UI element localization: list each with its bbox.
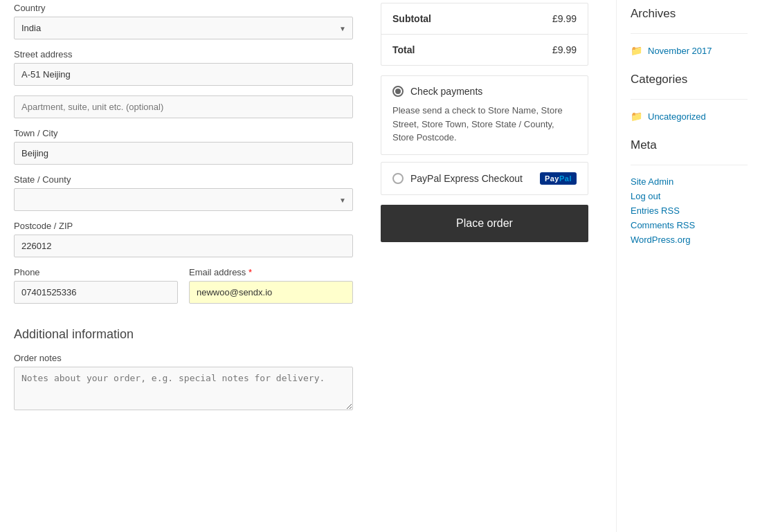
paypal-payment-header: PayPal Express Checkout PayPal (392, 172, 577, 185)
order-notes-label: Order notes (14, 353, 353, 363)
meta-title: Meta (631, 138, 748, 156)
paypal-logo: PayPal (540, 172, 577, 185)
sidebar: Archives 📁 November 2017 Categories 📁 Un… (616, 0, 761, 532)
phone-field: Phone (14, 267, 178, 304)
total-label: Total (392, 44, 415, 55)
subtotal-value: £9.99 (552, 13, 577, 24)
archives-section: Archives 📁 November 2017 (631, 7, 748, 56)
state-select-wrapper (14, 188, 353, 211)
email-field: Email address * (189, 267, 353, 304)
archives-title: Archives (631, 7, 748, 25)
meta-link-comments-rss[interactable]: Comments RSS (631, 220, 748, 230)
meta-divider (631, 165, 748, 165)
city-input[interactable] (14, 142, 353, 165)
meta-link-log-out[interactable]: Log out (631, 191, 748, 201)
additional-info-title: Additional information (14, 327, 353, 342)
total-row: Total £9.99 (381, 35, 588, 65)
postcode-field: Postcode / ZIP (14, 221, 353, 257)
paypal-payment-method: PayPal Express Checkout PayPal (381, 162, 588, 195)
order-summary-table: Subtotal £9.99 Total £9.99 (381, 3, 588, 66)
order-summary-column: Subtotal £9.99 Total £9.99 Check payment… (381, 0, 588, 532)
total-value: £9.99 (552, 44, 577, 55)
categories-item-0: 📁 Uncategorized (631, 111, 748, 122)
phone-email-row: Phone Email address * (14, 267, 353, 313)
country-label: Country (14, 3, 353, 13)
archives-item-0: 📁 November 2017 (631, 45, 748, 56)
meta-link-wordpress-org[interactable]: WordPress.org (631, 235, 748, 245)
email-label: Email address * (189, 267, 353, 277)
main-content: Country India United Kingdom United Stat… (0, 0, 769, 532)
email-input[interactable] (189, 281, 353, 304)
order-notes-textarea[interactable] (14, 367, 353, 410)
subtotal-label: Subtotal (392, 13, 431, 24)
phone-input[interactable] (14, 281, 178, 304)
city-field: Town / City (14, 128, 353, 165)
street-input[interactable] (14, 63, 353, 86)
check-payment-desc: Please send a check to Store Name, Store… (392, 104, 577, 145)
subtotal-row: Subtotal £9.99 (381, 3, 588, 35)
city-label: Town / City (14, 128, 353, 138)
folder-icon-categories: 📁 (631, 111, 642, 122)
check-payment-label: Check payments (410, 86, 482, 97)
paypal-payment-label: PayPal Express Checkout (410, 173, 523, 184)
page-wrapper: Country India United Kingdom United Stat… (0, 0, 769, 532)
state-select[interactable] (14, 188, 353, 211)
required-marker: * (246, 267, 252, 277)
apt-input[interactable] (14, 95, 353, 118)
country-field: Country India United Kingdom United Stat… (14, 3, 353, 39)
categories-section: Categories 📁 Uncategorized (631, 73, 748, 122)
postcode-label: Postcode / ZIP (14, 221, 353, 231)
categories-title: Categories (631, 73, 748, 91)
meta-section: Meta Site Admin Log out Entries RSS Comm… (631, 138, 748, 245)
apt-field (14, 95, 353, 118)
meta-link-site-admin[interactable]: Site Admin (631, 176, 748, 187)
folder-icon-archives: 📁 (631, 45, 642, 56)
order-notes-field: Order notes (14, 353, 353, 412)
state-field: State / County (14, 174, 353, 211)
street-label: Street address (14, 49, 353, 59)
archives-divider (631, 33, 748, 34)
billing-form: Country India United Kingdom United Stat… (14, 0, 353, 532)
additional-info-section: Additional information (14, 327, 353, 342)
country-select[interactable]: India United Kingdom United States China… (14, 17, 353, 39)
categories-divider (631, 99, 748, 100)
paypal-payment-radio[interactable] (392, 173, 404, 184)
check-payment-method: Check payments Please send a check to St… (381, 75, 588, 155)
archives-link-nov2017[interactable]: November 2017 (648, 46, 712, 56)
categories-link-uncategorized[interactable]: Uncategorized (648, 111, 706, 122)
check-payment-header: Check payments (392, 86, 577, 97)
check-payment-radio[interactable] (392, 86, 404, 97)
place-order-button[interactable]: Place order (381, 205, 588, 242)
country-select-wrapper: India United Kingdom United States China… (14, 17, 353, 39)
phone-label: Phone (14, 267, 178, 277)
state-label: State / County (14, 174, 353, 185)
meta-link-entries-rss[interactable]: Entries RSS (631, 205, 748, 216)
street-field: Street address (14, 49, 353, 86)
postcode-input[interactable] (14, 235, 353, 257)
